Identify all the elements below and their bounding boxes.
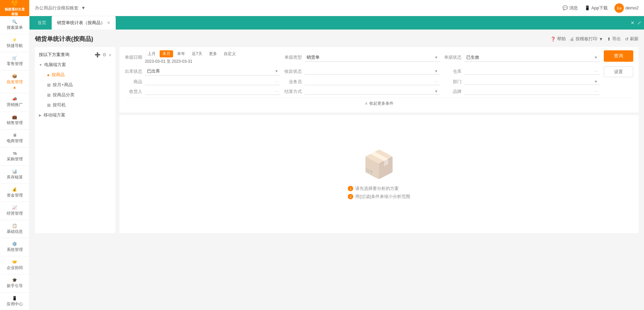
refresh-button[interactable]: ↺ 刷新 xyxy=(625,36,639,42)
sidebar-appcenter-label: 应用中心 xyxy=(1,301,28,307)
settings-button[interactable]: 设置 xyxy=(604,66,633,77)
payment-status-input[interactable]: ▼ xyxy=(305,68,440,74)
help-button[interactable]: ❓ 帮助 xyxy=(550,36,566,42)
collapse-filter-button[interactable]: ∧ 收起更多条件 xyxy=(125,98,633,109)
sidebar-item-purchase[interactable]: 🛍 采购管理 xyxy=(0,148,29,166)
right-panel: 单据日期 上月 本月 本年 近7天 更多 自定义 xyxy=(119,47,639,233)
sidebar-item-sales[interactable]: 💼 销售管理 xyxy=(0,111,29,130)
message-button[interactable]: 💬 消息 xyxy=(562,5,578,11)
tree-node-pc[interactable]: ▼ 电脑端方案 xyxy=(35,60,115,70)
date-btn-7days[interactable]: 近7天 xyxy=(189,50,205,57)
bill-type-input[interactable]: 销货单 ▼ xyxy=(305,53,440,62)
template-print-button[interactable]: 🖨 按模板打印 ▼ xyxy=(570,36,603,42)
tab-expand-button[interactable]: ⤢ xyxy=(637,20,641,25)
filter-row-2: 出库状态 已出库 ▼ 收款状态 xyxy=(125,67,600,75)
app-download-button[interactable]: 📱 App下载 xyxy=(585,5,608,11)
sidebar-inventory-label: 库存核算 xyxy=(1,174,28,180)
sidebar-item-inventory[interactable]: 📊 库存核算 xyxy=(0,166,29,184)
hint-num-2: 2 xyxy=(348,194,353,199)
out-status-input[interactable]: 已出库 ▼ xyxy=(145,67,280,75)
out-status-value: 已出库 xyxy=(147,68,275,74)
sidebar-item-search[interactable]: 🔍 搜索菜单 xyxy=(0,16,29,34)
date-btn-more[interactable]: 更多 xyxy=(206,50,220,57)
sidebar-item-finance[interactable]: 💰 资金管理 xyxy=(0,184,29,202)
add-scheme-button[interactable]: ➕ xyxy=(95,52,100,57)
warehouse-more-icon[interactable]: ··· xyxy=(594,69,598,73)
date-btn-last-month[interactable]: 上月 xyxy=(145,50,158,57)
brand-input[interactable]: ··· xyxy=(464,88,600,95)
product-field: 商品 ··· xyxy=(125,78,280,85)
date-btn-this-month[interactable]: 本月 xyxy=(160,50,173,57)
sidebar-item-quick-nav[interactable]: ⚡ 快捷导航 xyxy=(0,34,29,52)
salesman-input[interactable]: ··· xyxy=(305,78,440,85)
filter-wrapper: 单据日期 上月 本月 本年 近7天 更多 自定义 xyxy=(125,50,633,98)
workspace-selector[interactable]: 办公用品行业模拟账套 ▼ xyxy=(35,5,86,11)
bill-status-field: 单据状态 已生效 ▼ xyxy=(444,53,600,62)
tree-item-by-month-product[interactable]: ▦ 按月+商品 xyxy=(43,80,115,90)
department-label: 部门 xyxy=(444,79,462,85)
payment-method-label: 结算方式 xyxy=(284,89,302,95)
bill-status-label: 单据状态 xyxy=(444,54,462,60)
hint-item-2: 2 用[过滤]条件来缩小分析范围 xyxy=(348,194,410,200)
sidebar-item-marketing[interactable]: 📣 营销推广 xyxy=(0,93,29,111)
sales-icon: 💼 xyxy=(1,115,28,119)
filter-row-1: 单据日期 上月 本月 本年 近7天 更多 自定义 xyxy=(125,50,600,64)
sidebar-item-retail[interactable]: 🛒 零售管理 xyxy=(0,52,29,70)
enterprise-icon: 🤝 xyxy=(1,260,28,264)
bill-status-input[interactable]: 已生效 ▼ xyxy=(464,53,600,62)
tab-close-all-button[interactable]: ✕ xyxy=(631,20,635,25)
date-btn-this-year[interactable]: 本年 xyxy=(174,50,188,57)
sidebar-item-newbie[interactable]: 🎓 新手引导 xyxy=(0,274,29,293)
sidebar-item-enterprise[interactable]: 🤝 企业协同 xyxy=(0,256,29,274)
receiver-more-icon[interactable]: ··· xyxy=(275,89,278,94)
export-button[interactable]: ⬆ 导出 xyxy=(607,36,621,42)
purchase-icon: 🛍 xyxy=(1,151,28,156)
user-profile[interactable]: Ea demo2 xyxy=(614,3,639,13)
tab-sales-stat[interactable]: 销货单统计表（按商品） ✕ xyxy=(52,16,116,30)
warehouse-input[interactable]: ··· xyxy=(464,68,600,75)
hint-item-1: 1 请先选择要分析的方案 xyxy=(348,186,410,192)
operation-icon: 📈 xyxy=(1,205,28,210)
tree-item-by-product[interactable]: ● 按商品 xyxy=(43,70,115,80)
tree-item-by-printer[interactable]: ▦ 按司机 xyxy=(43,100,115,110)
salesman-field: 业务员 ··· xyxy=(284,78,440,85)
app-center-icon: 📱 xyxy=(1,296,28,301)
tab-close-button[interactable]: ✕ xyxy=(107,20,110,25)
avatar-text: Ea xyxy=(617,6,622,10)
sidebar-operation-label: 经营管理 xyxy=(1,211,28,216)
salesman-more-icon[interactable]: ··· xyxy=(435,79,438,84)
grid-icon-1: ▦ xyxy=(47,83,51,87)
empty-illustration: 📦 xyxy=(362,149,396,180)
receiver-label: 收货人 xyxy=(125,89,142,95)
query-button[interactable]: 查询 xyxy=(604,50,633,62)
settings-scheme-button[interactable]: ⚙ xyxy=(102,52,107,57)
date-input[interactable]: 上月 本月 本年 近7天 更多 自定义 2023-03-01 至 2023-03… xyxy=(145,50,280,64)
product-more-icon[interactable]: ··· xyxy=(275,79,278,84)
wholesale-icon: 📦 xyxy=(1,74,28,79)
sidebar-item-basic[interactable]: 📋 基础信息 xyxy=(0,220,29,238)
content-layout: 按以下方案查询 ➕ ⚙ « ▼ 电脑端方案 ● 按商品 xyxy=(35,47,639,233)
search-icon: 🔍 xyxy=(1,19,28,24)
sidebar-item-ecommerce[interactable]: 🖥 电商管理 xyxy=(0,130,29,148)
sidebar-item-app-center[interactable]: 📱 应用中心 xyxy=(0,293,29,310)
tab-home-label: 首页 xyxy=(38,20,46,26)
sidebar-ecommerce-label: 电商管理 xyxy=(1,138,28,144)
payment-method-dropdown-icon: ▼ xyxy=(434,89,438,93)
out-status-label: 出库状态 xyxy=(125,68,142,74)
header-right: 💬 消息 📱 App下载 Ea demo2 xyxy=(562,3,639,13)
bill-type-value: 销货单 xyxy=(307,54,434,60)
tree-node-mobile[interactable]: ▶ 移动端方案 xyxy=(35,110,115,120)
payment-method-input[interactable]: ▼ xyxy=(305,88,440,95)
collapse-panel-button[interactable]: « xyxy=(109,52,111,57)
product-input[interactable]: ··· xyxy=(145,78,280,85)
department-input[interactable]: ▼ xyxy=(464,79,600,85)
payment-status-label: 收款状态 xyxy=(284,68,302,74)
tab-home[interactable]: 首页 xyxy=(32,16,52,30)
brand-more-icon[interactable]: ··· xyxy=(594,89,598,94)
tree-item-by-category[interactable]: ▦ 按商品分类 xyxy=(43,90,115,100)
date-btn-custom[interactable]: 自定义 xyxy=(221,50,238,57)
sidebar-item-operation[interactable]: 📈 经营管理 xyxy=(0,202,29,220)
sidebar-item-wholesale[interactable]: 📦 批发管理 ▲ xyxy=(0,70,29,93)
receiver-input[interactable]: ··· xyxy=(145,88,280,95)
sidebar-item-system[interactable]: ⚙️ 系统管理 xyxy=(0,238,29,256)
